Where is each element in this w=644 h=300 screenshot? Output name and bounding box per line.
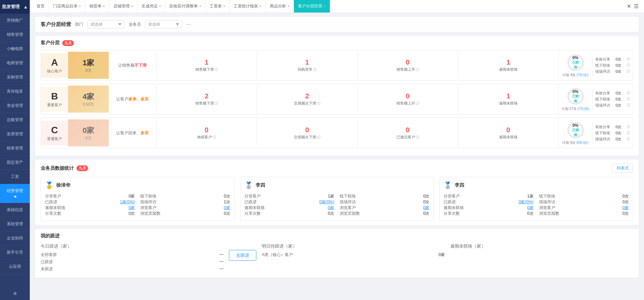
sidebar-item-ledger[interactable]: 总账管理: [0, 113, 30, 127]
tier-a-count[interactable]: 1家 0万: [68, 52, 109, 79]
followup-row: A类（核心）客户 0家: [262, 252, 445, 258]
sidebar-item-ecommerce-small[interactable]: 小畅电商: [0, 42, 30, 56]
sidebar-item-management[interactable]: 经营管理 ◀: [0, 184, 30, 203]
tier-a-circle: 0% 已联络 计划 4次 (7天/次): [558, 50, 592, 80]
tier-a-stat-0[interactable]: 1 销售额下滑ⓘ: [156, 52, 257, 79]
tab-sales-order[interactable]: 销货单 ×: [85, 0, 109, 13]
tier-c-count[interactable]: 0家 0万: [68, 119, 109, 146]
biz-stat-row: 分管客户 0家: [45, 193, 135, 199]
info-icon[interactable]: ⓘ: [627, 97, 630, 102]
tab-menu-icon[interactable]: ☰: [634, 3, 639, 9]
sidebar-item-collab[interactable]: 企业协同: [0, 231, 30, 246]
tier-b-count[interactable]: 4家 0.53万: [68, 86, 109, 113]
info-icon[interactable]: ⓘ: [627, 103, 630, 108]
biz-stat-row: 线下联络 0次: [539, 193, 629, 199]
followup-title: 我的跟进: [41, 233, 633, 239]
staff-select[interactable]: 请选择: [145, 20, 182, 28]
tab-customer-tier[interactable]: 客户分层经营 ×: [294, 0, 330, 13]
tier-b-suggestion: 让客户多来、多买: [109, 86, 156, 113]
tier-a-side-stats: 有效分享 0次 ⓘ 线下联络 0次 ⓘ 现场拜访 0次 ⓘ: [592, 55, 633, 76]
tier-c-suggestion: 让客户回来、多买: [109, 119, 156, 146]
sidebar-item-assets[interactable]: 固定资产: [0, 156, 30, 170]
info-icon[interactable]: ⓘ: [215, 101, 218, 106]
sidebar-settings[interactable]: ⚙: [0, 287, 30, 300]
tier-b-stat-0[interactable]: 2 销售额下滑ⓘ: [156, 86, 257, 113]
tier-c-side-stats: 有效分享 0次 ⓘ 线下联络 0次 ⓘ 现场拜访 0次 ⓘ: [592, 122, 633, 144]
tab-store-products[interactable]: 门店商品目录 ×: [49, 0, 85, 13]
tier-a-stat-2[interactable]: 0 销售额上升ⓘ: [358, 52, 458, 79]
sidebar-item-marketing[interactable]: 营销推广: [0, 14, 30, 28]
tab-payroll-report[interactable]: 工资统计报表 ×: [230, 0, 266, 13]
list-view-btn[interactable]: 列表式: [612, 164, 633, 173]
tier-b-stat-3[interactable]: 1 逾期未联络: [458, 86, 558, 113]
tab-product-analysis[interactable]: 商品分析 ×: [266, 0, 294, 13]
tab-close-product-analysis[interactable]: ×: [287, 4, 289, 8]
tab-close-adjustment[interactable]: ×: [199, 4, 201, 8]
tab-close-payroll-report[interactable]: ×: [259, 4, 261, 8]
info-icon[interactable]: ⓘ: [313, 67, 317, 72]
biz-stat-row: 浏览客户 0家: [140, 205, 230, 211]
biz-stat-row: 分享次数 0次: [45, 211, 135, 216]
tier-c-stat-2[interactable]: 0 已激活客户ⓘ: [358, 119, 458, 146]
tab-payroll[interactable]: 工资表 ×: [206, 0, 230, 13]
info-icon[interactable]: ⓘ: [416, 101, 419, 106]
tier-c-stat-1[interactable]: 0 交易频次下滑ⓘ: [257, 119, 358, 146]
tab-close-voucher[interactable]: ×: [159, 4, 161, 8]
info-icon[interactable]: ⓘ: [317, 135, 320, 140]
sidebar-item-inventory[interactable]: 库存核算: [0, 85, 30, 99]
tab-adjustment[interactable]: 应收应付调整单 ×: [165, 0, 206, 13]
sidebar-item-cloud[interactable]: 云应用: [0, 260, 30, 274]
biz-cards-grid: 🥇 徐泽华 分管客户 0家 已跟进 1家(0%): [41, 177, 633, 221]
sidebar-item-guide[interactable]: 新手引导: [0, 246, 30, 260]
biz-stat-row: 已跟进 0家(0%): [244, 199, 334, 205]
tier-b-side-stats: 有效分享 0次 ⓘ 线下联络 0次 ⓘ 现场拜访 0次 ⓘ: [592, 89, 633, 110]
biz-stat-row: 浏览页面数 0次: [539, 211, 629, 216]
info-icon[interactable]: ⓘ: [317, 101, 320, 106]
tier-c-stat-3[interactable]: 0 逾期未联络: [458, 119, 558, 146]
followup-go-btn[interactable]: 去跟进: [229, 250, 256, 261]
sidebar-item-finance[interactable]: 资金管理: [0, 99, 30, 113]
tier-a-stat-1[interactable]: 1 回购异常ⓘ: [257, 52, 358, 79]
info-icon[interactable]: ⓘ: [416, 135, 419, 140]
tab-close-sales-order[interactable]: ×: [103, 4, 105, 8]
biz-month-badge: 九月: [77, 165, 88, 171]
sidebar-item-sales[interactable]: 销售管理: [0, 28, 30, 42]
tab-close-store-products[interactable]: ×: [79, 4, 81, 8]
info-icon[interactable]: ⓘ: [215, 67, 218, 72]
tab-close-payroll[interactable]: ×: [223, 4, 225, 8]
sidebar-item-purchase[interactable]: 采购管理: [0, 70, 30, 85]
tab-close-customer-tier[interactable]: ×: [324, 4, 326, 8]
sidebar-item-tax[interactable]: 税务管理: [0, 141, 30, 156]
info-icon[interactable]: ⓘ: [627, 137, 630, 142]
info-icon[interactable]: ⓘ: [627, 124, 630, 130]
tier-a-suggestion: 让销售额不下滑: [109, 52, 156, 79]
tier-a-stats: 1 销售额下滑ⓘ 1 回购异常ⓘ 0 销售额上升ⓘ 1 逾期未联络: [156, 52, 558, 79]
tier-b-stat-1[interactable]: 2 交易频次下滑ⓘ: [257, 86, 358, 113]
dept-select[interactable]: 请选择: [87, 20, 125, 28]
sidebar-item-invoice[interactable]: 发票管理: [0, 127, 30, 141]
sidebar-item-ecommerce[interactable]: 电商管理: [0, 56, 30, 70]
tab-close-all-icon[interactable]: ✕: [627, 3, 631, 9]
tab-close-store-mgmt[interactable]: ×: [131, 4, 133, 8]
tier-b-stat-2[interactable]: 0 销售额上升ⓘ: [358, 86, 458, 113]
info-icon[interactable]: ⓘ: [627, 57, 630, 62]
sidebar-item-payroll[interactable]: 工资: [0, 170, 30, 184]
tier-a-stat-3[interactable]: 1 逾期未联络: [458, 52, 558, 79]
tab-home[interactable]: 首页: [33, 0, 49, 13]
info-icon[interactable]: ⓘ: [627, 91, 630, 96]
tab-voucher[interactable]: 生成凭证 ×: [137, 0, 166, 13]
sidebar-item-system[interactable]: 系统管理: [0, 217, 30, 231]
tier-c-stat-0[interactable]: 0 休眠客户ⓘ: [156, 119, 257, 146]
sidebar-item-base[interactable]: 基础信息: [0, 203, 30, 217]
info-icon[interactable]: ⓘ: [416, 67, 419, 72]
info-icon[interactable]: ⓘ: [627, 69, 630, 74]
more-filters-btn[interactable]: ···: [186, 22, 191, 27]
biz-stat-row: 逾期未联络 0家: [444, 205, 533, 211]
biz-stat-row: 现场拜访 1次: [140, 199, 230, 205]
biz-stat-row: 线下联络 0次: [140, 193, 230, 199]
info-icon[interactable]: ⓘ: [213, 135, 216, 140]
info-icon[interactable]: ⓘ: [627, 63, 630, 68]
tab-store-mgmt[interactable]: 店铺管理 ×: [109, 0, 137, 13]
sidebar-collapse-icon[interactable]: ▲: [23, 4, 28, 9]
info-icon[interactable]: ⓘ: [627, 131, 630, 136]
